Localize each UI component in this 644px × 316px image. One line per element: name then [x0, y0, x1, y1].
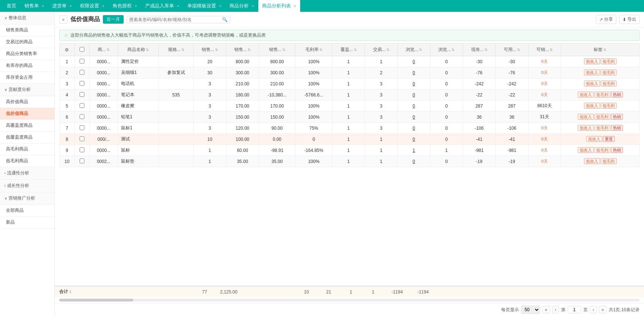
- row-checkbox[interactable]: [80, 147, 84, 152]
- col-settings[interactable]: ⚙: [60, 44, 75, 56]
- sidebar-item-high-coverage[interactable]: 高覆盖度商品: [0, 120, 54, 132]
- cell-name[interactable]: 属性定价: [118, 56, 158, 67]
- row-checkbox[interactable]: [80, 59, 84, 64]
- cell-browse1[interactable]: 0: [398, 134, 430, 145]
- cell-name[interactable]: 橡皮擦: [118, 101, 158, 112]
- cell-browse1[interactable]: 0: [398, 123, 430, 134]
- col-sales-qty[interactable]: 销售...⇅: [194, 44, 226, 56]
- scrollbar-thumb[interactable]: [59, 299, 133, 302]
- tag[interactable]: 低收入: [584, 158, 600, 164]
- cell-browse1[interactable]: 0: [398, 78, 430, 89]
- cell-checkbox[interactable]: [74, 67, 89, 78]
- nav-template[interactable]: 单据模板设置 ×: [184, 0, 225, 12]
- nav-roles[interactable]: 角色授权 ×: [109, 0, 141, 12]
- sidebar-group-contribution[interactable]: ∨ 贡献度分析: [0, 84, 54, 96]
- nav-products-in[interactable]: 产成品入库单 ×: [141, 0, 183, 12]
- tag[interactable]: 低收入: [584, 58, 600, 64]
- col-coverage[interactable]: 覆盖...⇅: [332, 44, 365, 56]
- col-sellable-days[interactable]: 可销...⇅: [528, 44, 561, 56]
- nav-roles-close[interactable]: ×: [135, 4, 137, 8]
- cell-name[interactable]: 吴细细1: [118, 67, 158, 78]
- tag[interactable]: 低毛利: [601, 158, 617, 164]
- cell-browse1[interactable]: 0: [398, 156, 430, 167]
- tag[interactable]: 低毛利: [594, 125, 610, 131]
- cell-browse1[interactable]: 1: [398, 145, 430, 156]
- nav-home[interactable]: 首页: [3, 0, 20, 12]
- last-page-button[interactable]: »: [599, 306, 607, 313]
- page-input[interactable]: [568, 306, 581, 313]
- col-tags[interactable]: 标签⇅: [561, 44, 639, 56]
- tag[interactable]: 低毛利: [601, 103, 617, 109]
- tag[interactable]: 低毛利: [594, 114, 610, 120]
- row-checkbox[interactable]: [80, 92, 84, 97]
- sidebar-item-stock-capital[interactable]: 库存资金占用: [0, 72, 54, 84]
- col-current-stock[interactable]: 现有...⇅: [463, 44, 496, 56]
- tag[interactable]: 低毛利: [601, 81, 617, 86]
- cell-name[interactable]: 铅笔1: [118, 112, 158, 123]
- tag[interactable]: 低毛利: [594, 147, 610, 153]
- nav-analysis-close[interactable]: ×: [252, 4, 254, 8]
- sidebar-item-sales-products[interactable]: 销售类商品: [0, 24, 54, 36]
- row-checkbox[interactable]: [80, 70, 84, 75]
- sidebar-group-growth[interactable]: › 成长性分析: [0, 180, 54, 192]
- tag[interactable]: 热销: [611, 147, 623, 153]
- cell-checkbox[interactable]: [74, 101, 89, 112]
- browse1-link[interactable]: 0: [413, 115, 415, 120]
- page-size-select[interactable]: 50 100 200: [521, 306, 540, 314]
- tag[interactable]: 低收入: [584, 103, 600, 109]
- cell-checkbox[interactable]: [74, 156, 89, 167]
- browse1-link[interactable]: 0: [413, 137, 415, 142]
- col-name[interactable]: 商品名称⇅: [118, 44, 158, 56]
- cell-checkbox[interactable]: [74, 56, 89, 67]
- cell-name[interactable]: 鼠标1: [118, 123, 158, 134]
- sidebar-item-high-margin[interactable]: 高毛利商品: [0, 143, 54, 155]
- cell-checkbox[interactable]: [74, 78, 89, 89]
- nav-sales[interactable]: 销售单 ×: [21, 0, 48, 12]
- browse1-link[interactable]: 0: [413, 81, 415, 86]
- cell-name[interactable]: 电话机: [118, 78, 158, 89]
- sidebar-group-overall[interactable]: ∨ 整体信息: [0, 12, 54, 24]
- browse1-link[interactable]: 0: [413, 159, 415, 164]
- first-page-button[interactable]: «: [542, 306, 550, 313]
- col-gross-margin[interactable]: 毛利率⇅: [295, 44, 332, 56]
- nav-analysis[interactable]: 商品分析 ×: [226, 0, 258, 12]
- cell-browse1[interactable]: 0: [398, 112, 430, 123]
- cell-checkbox[interactable]: [74, 112, 89, 123]
- browse1-link[interactable]: 0: [413, 70, 415, 75]
- tag[interactable]: 低毛利: [601, 69, 617, 75]
- nav-template-close[interactable]: ×: [219, 4, 221, 8]
- browse1-link[interactable]: 0: [413, 103, 415, 109]
- cell-browse1[interactable]: 0: [398, 56, 430, 67]
- scrollbar-track[interactable]: [59, 299, 640, 302]
- cell-browse1[interactable]: 0: [398, 89, 430, 101]
- tag[interactable]: 低收入: [584, 81, 600, 86]
- cell-name[interactable]: 笔记本: [118, 89, 158, 101]
- row-checkbox[interactable]: [80, 136, 84, 141]
- nav-permissions-close[interactable]: ×: [102, 4, 104, 8]
- tag[interactable]: 低收入: [578, 147, 594, 153]
- row-checkbox[interactable]: [80, 159, 84, 163]
- col-available-stock[interactable]: 可用...⇅: [496, 44, 528, 56]
- cell-name[interactable]: 鼠标: [118, 145, 158, 156]
- nav-purchase-close[interactable]: ×: [70, 4, 72, 8]
- sidebar-item-high-value[interactable]: 高价值商品: [0, 96, 54, 108]
- row-checkbox[interactable]: [80, 103, 84, 108]
- search-icon[interactable]: 🔍: [222, 17, 228, 22]
- col-sales-amount[interactable]: 销售...⇅: [259, 44, 295, 56]
- tag[interactable]: 低收入: [578, 114, 594, 120]
- col-browse1[interactable]: 浏览...⇅: [398, 44, 430, 56]
- filter-month-button[interactable]: 近一月: [103, 15, 124, 24]
- col-trade[interactable]: 交易...⇅: [365, 44, 398, 56]
- cell-browse1[interactable]: 0: [398, 101, 430, 112]
- col-code[interactable]: 商...⇅: [90, 44, 118, 56]
- tag[interactable]: 热销: [611, 114, 623, 120]
- browse1-link[interactable]: 1: [413, 148, 415, 153]
- cell-name[interactable]: 鼠标垫: [118, 156, 158, 167]
- tag[interactable]: 低收入: [578, 125, 594, 131]
- collapse-sidebar-button[interactable]: «: [59, 16, 67, 24]
- browse1-link[interactable]: 0: [413, 59, 415, 64]
- tag[interactable]: 低收入: [586, 136, 602, 142]
- col-checkbox[interactable]: [74, 44, 89, 56]
- nav-analysis-list[interactable]: 商品分析列表 ×: [258, 0, 300, 12]
- sidebar-item-all-products[interactable]: 全部商品: [0, 205, 54, 217]
